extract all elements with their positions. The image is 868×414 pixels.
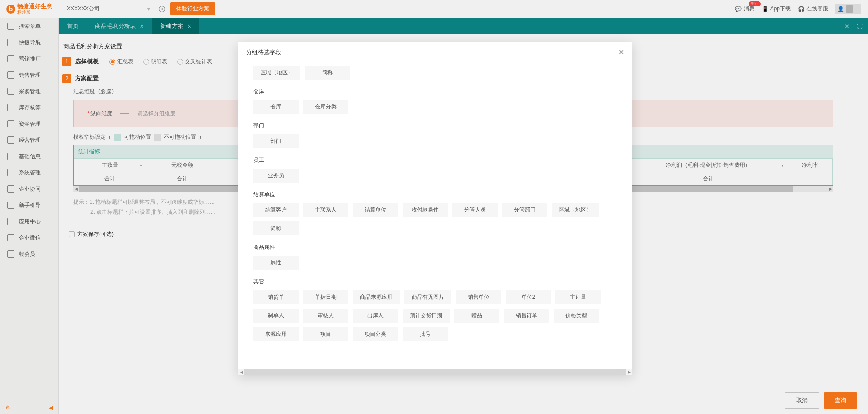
field-chip[interactable]: 业务员 (253, 169, 299, 183)
field-chip[interactable]: 赠品 (454, 309, 499, 323)
field-chip[interactable]: 价格类型 (554, 309, 599, 323)
field-chip[interactable]: 项目分类 (353, 327, 398, 341)
modal-body[interactable]: 客户客户分类分管部门分管人员主联系方式主营类别销售渠道 区域（地区）简称仓库仓库… (238, 62, 632, 369)
field-chip[interactable]: 仓库分类 (303, 100, 348, 114)
field-chip[interactable]: 简称 (253, 221, 299, 235)
field-chip[interactable]: 审核人 (303, 309, 348, 323)
field-chip[interactable]: 简称 (305, 66, 350, 80)
scroll-thumb[interactable] (244, 369, 626, 375)
field-chip[interactable]: 项目 (303, 327, 348, 341)
field-group-title: 其它 (253, 278, 617, 286)
field-chip[interactable]: 区域（地区） (253, 66, 300, 80)
modal-header: 分组待选字段 ✕ (238, 42, 632, 62)
field-chip[interactable]: 属性 (253, 256, 299, 270)
field-chip[interactable]: 分管部门 (502, 203, 547, 217)
field-chip[interactable]: 来源应用 (253, 327, 299, 341)
field-chip[interactable]: 预计交货日期 (403, 309, 450, 323)
field-chips: 部门 (253, 134, 617, 148)
field-chip[interactable]: 结算单位 (353, 203, 398, 217)
field-group-title: 部门 (253, 122, 617, 130)
field-chips: 结算客户主联系人结算单位收付款条件分管人员分管部门区域（地区）简称 (253, 203, 617, 235)
field-chip[interactable]: 销售订单 (504, 309, 549, 323)
modal-title: 分组待选字段 (246, 48, 281, 56)
modal-horizontal-scrollbar[interactable]: ◀ ▶ (238, 369, 632, 375)
field-group-title: 结算单位 (253, 191, 617, 198)
field-chip[interactable]: 仓库 (253, 100, 299, 114)
field-group-title: 商品属性 (253, 244, 617, 251)
scroll-left-arrow[interactable]: ◀ (238, 369, 244, 375)
field-chip[interactable]: 结算客户 (253, 203, 299, 217)
field-chip[interactable]: 商品有无图片 (404, 290, 451, 304)
field-chip[interactable]: 部门 (253, 134, 299, 148)
scroll-right-arrow[interactable]: ▶ (626, 369, 632, 375)
field-chips: 业务员 (253, 169, 617, 183)
field-chip[interactable]: 批号 (403, 327, 448, 341)
field-chip[interactable]: 主计量 (555, 290, 601, 304)
field-group-title: 员工 (253, 156, 617, 164)
field-chips: 仓库仓库分类 (253, 100, 617, 114)
field-chip[interactable]: 出库人 (353, 309, 398, 323)
field-group-title: 仓库 (253, 88, 617, 95)
field-chip[interactable]: 销售单位 (456, 290, 501, 304)
field-chip[interactable]: 制单人 (253, 309, 299, 323)
field-chip[interactable]: 销货单 (253, 290, 299, 304)
field-chips: 区域（地区）简称 (253, 66, 617, 80)
field-chip[interactable]: 区域（地区） (552, 203, 599, 217)
field-chip[interactable]: 商品来源应用 (353, 290, 400, 304)
field-chip[interactable]: 分管人员 (452, 203, 498, 217)
field-chip[interactable]: 单据日期 (303, 290, 348, 304)
field-chip[interactable]: 主联系人 (303, 203, 348, 217)
field-chips: 销货单单据日期商品来源应用商品有无图片销售单位单位2主计量制单人审核人出库人预计… (253, 290, 617, 341)
field-selector-modal: 分组待选字段 ✕ 客户客户分类分管部门分管人员主联系方式主营类别销售渠道 区域（… (238, 42, 632, 375)
field-chip[interactable]: 单位2 (506, 290, 551, 304)
field-chip[interactable]: 收付款条件 (403, 203, 448, 217)
field-chips: 属性 (253, 256, 617, 270)
close-icon[interactable]: ✕ (618, 48, 624, 56)
